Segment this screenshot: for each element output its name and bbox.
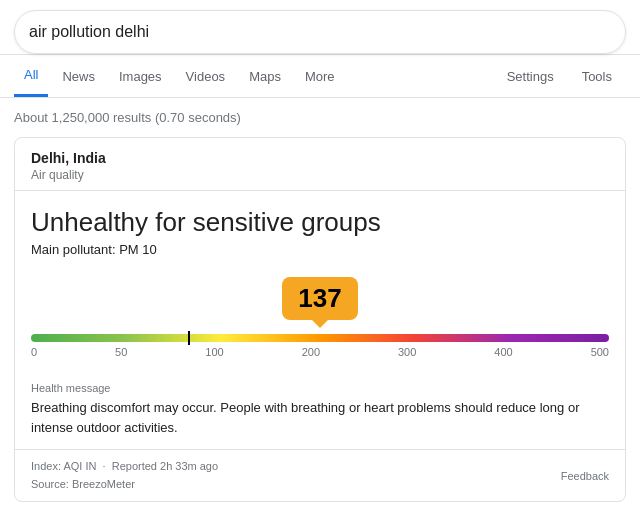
air-quality-card: Delhi, India Air quality Unhealthy for s… (14, 137, 626, 502)
tab-images[interactable]: Images (109, 57, 172, 96)
search-bar (14, 10, 626, 54)
meter-container: 137 0 50 100 200 300 400 500 (31, 277, 609, 358)
nav-right: Settings Tools (497, 57, 626, 96)
aqi-pollutant: Main pollutant: PM 10 (31, 242, 609, 257)
search-input[interactable] (29, 23, 587, 41)
results-info: About 1,250,000 results (0.70 seconds) (0, 98, 640, 133)
aqi-badge: 137 (282, 277, 357, 320)
search-bar-container (0, 0, 640, 55)
card-subtitle: Air quality (31, 168, 609, 182)
aqi-section: Unhealthy for sensitive groups Main poll… (15, 191, 625, 449)
card-header: Delhi, India Air quality (15, 138, 625, 191)
tab-videos[interactable]: Videos (176, 57, 236, 96)
tab-tools[interactable]: Tools (572, 57, 622, 96)
health-label: Health message (31, 382, 609, 394)
tab-maps[interactable]: Maps (239, 57, 291, 96)
nav-tabs: All News Images Videos Maps More Setting… (0, 55, 640, 98)
footer-index-reported: Index: AQI IN · Reported 2h 33m ago (31, 458, 218, 476)
footer-info: Index: AQI IN · Reported 2h 33m ago Sour… (31, 458, 218, 493)
bar-marker (188, 331, 190, 345)
card-footer: Index: AQI IN · Reported 2h 33m ago Sour… (15, 449, 625, 501)
gradient-bar (31, 334, 609, 342)
feedback-link[interactable]: Feedback (561, 470, 609, 482)
health-message: Health message Breathing discomfort may … (31, 372, 609, 437)
tab-all[interactable]: All (14, 55, 48, 97)
scale-labels: 0 50 100 200 300 400 500 (31, 346, 609, 358)
tab-news[interactable]: News (52, 57, 105, 96)
health-text: Breathing discomfort may occur. People w… (31, 398, 609, 437)
footer-source: Source: BreezoMeter (31, 476, 218, 494)
aqi-status: Unhealthy for sensitive groups (31, 207, 609, 238)
tab-settings[interactable]: Settings (497, 57, 564, 96)
search-icons (597, 24, 611, 40)
location-label: Delhi, India (31, 150, 609, 166)
tab-more[interactable]: More (295, 57, 345, 96)
